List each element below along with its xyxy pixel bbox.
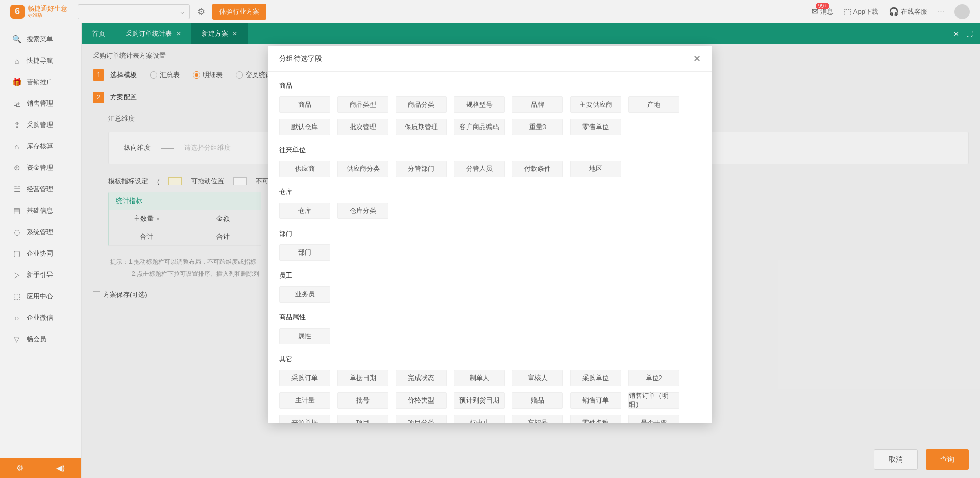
field-chip[interactable]: 分管人员 <box>454 161 505 177</box>
field-group-title: 商品 <box>279 81 701 90</box>
field-chip[interactable]: 车架号 <box>512 415 563 423</box>
field-group-3: 部门部门 <box>279 229 701 261</box>
field-group-5: 商品属性属性 <box>279 313 701 344</box>
field-chip[interactable]: 主计量 <box>279 392 330 409</box>
field-chip[interactable]: 供应商分类 <box>337 161 388 177</box>
field-chip[interactable]: 主要供应商 <box>570 96 621 113</box>
close-icon[interactable]: ✕ <box>693 53 701 64</box>
field-group-4: 员工业务员 <box>279 271 701 303</box>
field-chip[interactable]: 项目分类 <box>396 415 447 423</box>
field-chip[interactable]: 批号 <box>337 392 388 409</box>
modal-body: 商品商品商品类型商品分类规格型号品牌主要供应商产地默认仓库批次管理保质期管理客户… <box>268 72 712 423</box>
field-chip[interactable]: 单位2 <box>628 370 679 386</box>
field-chip[interactable]: 审核人 <box>512 370 563 386</box>
field-chip[interactable]: 商品分类 <box>396 96 447 113</box>
field-group-title: 部门 <box>279 229 701 238</box>
field-chip[interactable]: 保质期管理 <box>396 119 447 135</box>
field-chip[interactable]: 采购单位 <box>570 370 621 386</box>
field-chip[interactable]: 品牌 <box>512 96 563 113</box>
field-chip[interactable]: 来源单据 <box>279 415 330 423</box>
field-chip[interactable]: 重量3 <box>512 119 563 135</box>
field-chip[interactable]: 部门 <box>279 244 330 261</box>
modal-title: 分组待选字段 <box>279 54 322 63</box>
field-chip[interactable]: 制单人 <box>454 370 505 386</box>
field-group-title: 往来单位 <box>279 145 701 155</box>
modal-header: 分组待选字段 ✕ <box>268 46 712 72</box>
field-chip[interactable]: 行中止 <box>454 415 505 423</box>
modal-overlay: 分组待选字段 ✕ 商品商品商品类型商品分类规格型号品牌主要供应商产地默认仓库批次… <box>0 0 980 478</box>
field-chip[interactable]: 仓库 <box>279 203 330 219</box>
field-chip[interactable]: 商品类型 <box>337 96 388 113</box>
field-chip[interactable]: 销售订单 <box>570 392 621 409</box>
field-chip[interactable]: 零售单位 <box>570 119 621 135</box>
field-chip[interactable]: 默认仓库 <box>279 119 330 135</box>
field-chip[interactable]: 客户商品编码 <box>454 119 505 135</box>
field-group-1: 往来单位供应商供应商分类分管部门分管人员付款条件地区 <box>279 145 701 177</box>
field-group-2: 仓库仓库仓库分类 <box>279 187 701 219</box>
field-chip[interactable]: 付款条件 <box>512 161 563 177</box>
field-group-title: 员工 <box>279 271 701 280</box>
field-chip[interactable]: 地区 <box>570 161 621 177</box>
field-chip[interactable]: 项目 <box>337 415 388 423</box>
field-chip[interactable]: 是否开票 <box>628 415 679 423</box>
field-chip[interactable]: 产地 <box>628 96 679 113</box>
field-chip[interactable]: 规格型号 <box>454 96 505 113</box>
field-chip[interactable]: 零件名称 <box>570 415 621 423</box>
field-chip[interactable]: 完成状态 <box>396 370 447 386</box>
field-group-title: 其它 <box>279 355 701 364</box>
field-modal: 分组待选字段 ✕ 商品商品商品类型商品分类规格型号品牌主要供应商产地默认仓库批次… <box>268 46 712 423</box>
field-chip[interactable]: 销售订单（明细） <box>628 392 679 409</box>
field-chip[interactable]: 价格类型 <box>396 392 447 409</box>
field-chip[interactable]: 采购订单 <box>279 370 330 386</box>
field-group-title: 仓库 <box>279 187 701 196</box>
field-chip[interactable]: 赠品 <box>512 392 563 409</box>
field-group-title: 商品属性 <box>279 313 701 322</box>
field-chip[interactable]: 属性 <box>279 328 330 344</box>
field-chip[interactable]: 业务员 <box>279 286 330 303</box>
field-group-6: 其它采购订单单据日期完成状态制单人审核人采购单位单位2主计量批号价格类型预计到货… <box>279 355 701 423</box>
field-chip[interactable]: 批次管理 <box>337 119 388 135</box>
field-chip[interactable]: 分管部门 <box>396 161 447 177</box>
field-chip[interactable]: 单据日期 <box>337 370 388 386</box>
field-group-0: 商品商品商品类型商品分类规格型号品牌主要供应商产地默认仓库批次管理保质期管理客户… <box>279 81 701 135</box>
field-chip[interactable]: 商品 <box>279 96 330 113</box>
field-chip[interactable]: 供应商 <box>279 161 330 177</box>
field-chip[interactable]: 仓库分类 <box>337 203 388 219</box>
field-chip[interactable]: 预计到货日期 <box>454 392 505 409</box>
